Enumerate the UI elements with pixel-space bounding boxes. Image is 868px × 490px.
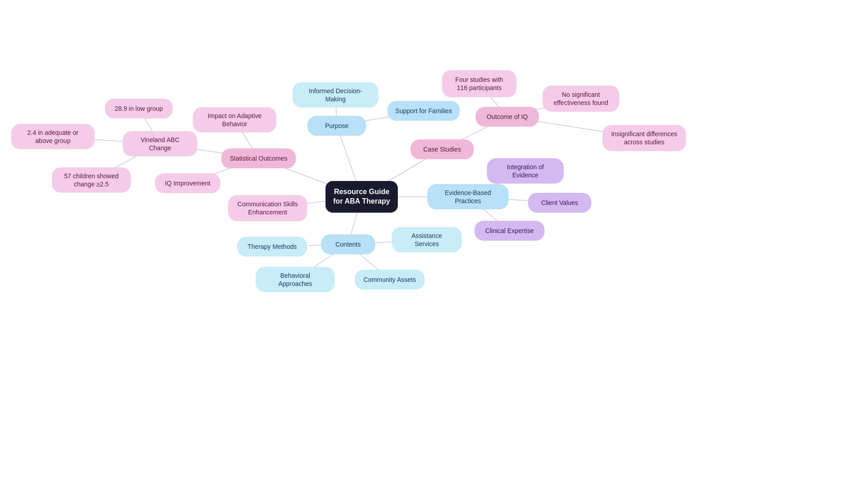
node-four_studies[interactable]: Four studies with 116 participants <box>442 70 517 97</box>
node-no_significant[interactable]: No significant effectiveness found <box>542 86 619 112</box>
node-support_families[interactable]: Support for Families <box>387 101 460 121</box>
node-evidence_based[interactable]: Evidence-Based Practices <box>427 184 509 209</box>
node-vineland_abc[interactable]: Vineland ABC Change <box>123 131 198 157</box>
node-integration_evidence[interactable]: Integration of Evidence <box>487 158 564 184</box>
node-case_studies[interactable]: Case Studies <box>410 139 474 159</box>
mind-map-container: Resource Guide for ABA TherapyPurposeInf… <box>0 0 868 490</box>
node-therapy_methods[interactable]: Therapy Methods <box>237 237 307 257</box>
node-behavioral_approaches[interactable]: Behavioral Approaches <box>256 267 335 292</box>
node-statistical_outcomes[interactable]: Statistical Outcomes <box>222 148 296 168</box>
node-insignificant_diff[interactable]: Insignificant differences across studies <box>603 125 686 151</box>
node-twenty_eight_nine[interactable]: 28.9 in low group <box>105 99 173 119</box>
node-outcome_iq[interactable]: Outcome of IQ <box>476 107 539 127</box>
node-comm_skills[interactable]: Communication Skills Enhancement <box>228 195 307 221</box>
node-center[interactable]: Resource Guide for ABA Therapy <box>326 181 398 213</box>
node-contents[interactable]: Contents <box>321 234 375 254</box>
node-two_four[interactable]: 2.4 in adequate or above group <box>11 124 95 149</box>
node-fifty_seven[interactable]: 57 children showed change ≥2.5 <box>52 167 131 193</box>
node-assistance_services[interactable]: Assistance Services <box>392 227 462 252</box>
node-informed_decision[interactable]: Informed Decision-Making <box>292 82 378 108</box>
node-purpose[interactable]: Purpose <box>307 116 366 136</box>
node-clinical_expertise[interactable]: Clinical Expertise <box>475 221 545 241</box>
node-iq_improvement[interactable]: IQ Improvement <box>155 173 221 193</box>
node-community_assets[interactable]: Community Assets <box>355 270 425 290</box>
node-impact_adaptive[interactable]: Impact on Adaptive Behavior <box>193 107 277 133</box>
node-client_values[interactable]: Client Values <box>528 193 591 213</box>
